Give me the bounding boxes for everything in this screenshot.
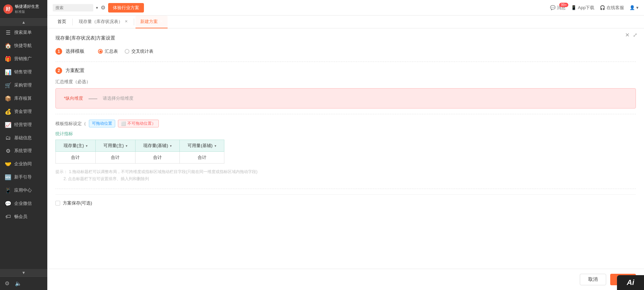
expand-window-icon[interactable]: ⤢ [633,32,637,38]
sidebar-item-nav[interactable]: 🏠 快捷导航 [0,39,47,52]
step2-section: 2 方案配置 汇总维度（必选） *纵向维度 —— 请选择分组维度 模板指标设定（… [55,67,636,182]
sidebar-item-wechat[interactable]: 💬 企业微信 [0,197,47,210]
col-header-0[interactable]: 现存量(主) ▾ [56,140,96,152]
topbar-gear-icon[interactable]: ⚙ [101,4,105,11]
sidebar-item-management[interactable]: 📈 经营管理 [0,118,47,131]
sidebar-item-apps[interactable]: 📱 应用中心 [0,184,47,197]
tabs-bar: 首页 现存量（库存状况表） ✕ 新建方案 ✕ [47,16,644,28]
phone-icon: 📱 [571,5,576,10]
sidebar-item-system[interactable]: ⚙ 系统管理 [0,144,47,158]
template-options: 汇总表 交叉统计表 [98,48,153,54]
col-arrow-3: ▾ [215,144,216,148]
topbar-left: ▾ ⚙ 体验行业方案 [53,3,547,13]
box-icon: 📦 [5,95,11,102]
sidebar-item-member[interactable]: 🏷 畅会员 [0,210,47,223]
step1-badge: 1 [55,48,62,55]
sidebar-item-cooperation[interactable]: 🤝 企业协同 [0,158,47,171]
dim-vertical-label: *纵向维度 [64,95,83,101]
cancel-button[interactable]: 取消 [580,274,606,285]
sidebar-item-sales[interactable]: 📊 销售管理 [0,66,47,79]
sound-icon[interactable]: 🔈 [15,280,22,287]
sidebar-scroll-up[interactable]: ▲ [0,19,47,26]
indicator-label: 模板指标设定（ 可拖动位置 ⬜ 不可拖动位置） [55,120,636,127]
not-draggable-icon: ⬜ [121,121,126,126]
step2-header: 2 方案配置 [55,67,636,74]
chart-icon: 📈 [5,122,11,128]
not-draggable-tag: ⬜ 不可拖动位置） [118,120,159,127]
option-summary[interactable]: 汇总表 [98,48,118,54]
step1-header: 1 选择模板 汇总表 交叉统计表 [55,48,636,55]
home-icon: 🏠 [5,43,11,49]
content-inner: ✕ ⤢ 现存量(库存状况表)方案设置 1 选择模板 汇总表 [47,28,644,269]
topbar-right: 💬 消息 99+ 📱 App下载 🎧 在线客服 👤 ▾ [550,5,639,11]
divider-1 [55,62,636,62]
gift-icon: 🎁 [5,56,11,62]
app-name: 畅捷通好生意 [15,4,39,9]
message-button[interactable]: 💬 消息 99+ [550,5,566,11]
footer-buttons: 取消 查询 [47,269,644,290]
stats-table: 现存量(主) ▾ 可用量(主) ▾ [55,140,224,164]
close-window-icon[interactable]: ✕ [625,32,629,38]
sidebar: 好 畅捷通好生意 标准版 ▲ ☰ 搜索菜单 🏠 快捷导航 🎁 营销推广 📊 销售… [0,0,47,290]
main-area: ▾ ⚙ 体验行业方案 💬 消息 99+ 📱 App下载 🎧 在线客服 👤 ▾ 首… [47,0,644,290]
sidebar-item-newbie[interactable]: 🆕 新手引导 [0,171,47,184]
sidebar-item-purchase[interactable]: 🛒 采购管理 [0,79,47,92]
option-cross[interactable]: 交叉统计表 [125,48,153,54]
search-menu-icon: ☰ [5,29,11,36]
divider-2 [55,114,636,114]
tab-home[interactable]: 首页 [53,16,71,28]
step1-title: 选择模板 [66,48,84,54]
dim-dash: —— [89,96,97,101]
dim-placeholder: 请选择分组维度 [103,95,133,101]
cell-0-3: 合计 [180,152,224,164]
info-icon: 🗂 [5,135,11,141]
col-header-1[interactable]: 可用量(主) ▾ [95,140,135,152]
sales-icon: 📊 [5,69,11,75]
col-arrow-1: ▾ [126,144,127,148]
radio-summary[interactable] [98,49,103,54]
app-download-button[interactable]: 📱 App下载 [571,5,594,11]
cart-icon: 🛒 [5,82,11,89]
app-icon: 📱 [5,187,11,194]
sidebar-item-basic[interactable]: 🗂 基础信息 [0,131,47,144]
sidebar-item-marketing[interactable]: 🎁 营销推广 [0,52,47,66]
sidebar-logo: 好 畅捷通好生意 标准版 [0,0,47,19]
step2-badge: 2 [55,67,62,74]
stats-title: 统计指标 [55,131,636,137]
industry-button[interactable]: 体验行业方案 [108,3,144,13]
hints-section: 提示： 1.拖动标题栏可以调整布局，不可跨维度或指标区域拖动栏目字段(只能在同一… [55,169,636,182]
settings-footer-icon[interactable]: ⚙ [5,280,9,287]
radio-cross[interactable] [125,49,129,54]
tab-close-inventory[interactable]: ✕ [125,19,128,24]
col-header-3[interactable]: 可用量(基辅) ▾ [180,140,224,152]
save-checkbox[interactable] [55,201,60,206]
message-icon: 💬 [550,5,555,10]
tab-inventory[interactable]: 现存量（库存状况表） ✕ [74,16,132,28]
sidebar-item-search[interactable]: ☰ 搜索菜单 [0,26,47,39]
content-area: ✕ ⤢ 现存量(库存状况表)方案设置 1 选择模板 汇总表 [47,28,644,269]
page-title: 现存量(库存状况表)方案设置 [55,35,636,41]
col-header-2[interactable]: 现存量(基辅) ▾ [135,140,180,152]
sidebar-item-inventory[interactable]: 📦 库存核算 [0,92,47,105]
tab-separator-1 [72,19,73,25]
sidebar-scroll-down[interactable]: ▼ [0,269,47,276]
ai-badge[interactable]: Ai [617,275,644,290]
tab-separator-2 [134,19,134,25]
tab-new-plan[interactable]: 新建方案 ✕ [135,16,168,28]
dropdown-arrow-icon[interactable]: ▾ [96,5,98,10]
online-service-button[interactable]: 🎧 在线客服 [600,5,624,11]
dimension-row: *纵向维度 —— 请选择分组维度 [55,88,636,108]
handshake-icon: 🤝 [5,161,11,167]
cell-0-1: 合计 [95,152,135,164]
logo-icon: 好 [3,4,13,14]
gear-icon: ⚙ [5,148,11,154]
money-icon: 💰 [5,108,11,115]
indicator-settings: 模板指标设定（ 可拖动位置 ⬜ 不可拖动位置） 统计指标 [55,120,636,164]
sidebar-item-finance[interactable]: 💰 资金管理 [0,105,47,118]
tab-close-new[interactable]: ✕ [160,19,163,24]
search-input[interactable] [53,4,93,11]
table-row-0: 合计 合计 合计 合计 [56,152,224,164]
sidebar-footer: ⚙ 🔈 [0,276,47,290]
user-avatar[interactable]: 👤 ▾ [629,5,639,10]
draggable-tag: 可拖动位置 [89,120,115,127]
